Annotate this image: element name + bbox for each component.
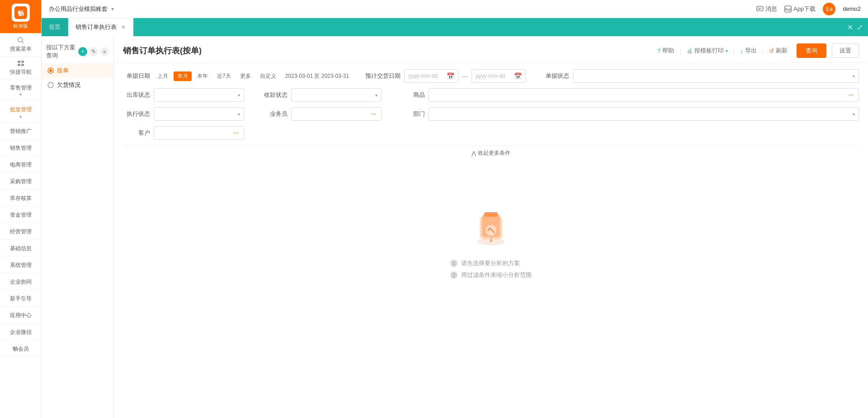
app-download-action[interactable]: App App下载 xyxy=(784,5,816,13)
help-button[interactable]: ? 帮助 xyxy=(657,47,674,55)
sidebar-item-sales-label: 销售管理 xyxy=(10,144,32,152)
empty-tips: 1 请先选择要分析的方案 2 用过滤条件来缩小分析范围 xyxy=(450,257,532,281)
debt-item-icon xyxy=(47,81,54,89)
sidebar-item-appcenter[interactable]: 应用中心 xyxy=(0,307,41,323)
sidebar-item-cooperation-label: 企业协同 xyxy=(10,278,32,286)
date-tab-7days[interactable]: 近7天 xyxy=(213,71,235,81)
dept-chevron-icon: ▾ xyxy=(853,112,855,117)
sidebar-item-appcenter-label: 应用中心 xyxy=(10,312,32,319)
sidebar-search[interactable]: 搜索菜单 xyxy=(0,33,41,57)
date-tab-last-month[interactable]: 上月 xyxy=(154,71,172,81)
sidebar-item-system[interactable]: 系统管理 xyxy=(0,256,41,273)
receipt-status-select[interactable]: ▾ xyxy=(291,88,382,102)
sidebar-item-retail[interactable]: 零售管理 ▾ xyxy=(0,79,41,101)
logo-area[interactable]: 畅 标准版 xyxy=(0,0,41,33)
sidebar-item-wholesale[interactable]: 批发管理 ▴ xyxy=(0,101,41,123)
sidebar-item-inventory[interactable]: 库存核算 xyxy=(0,190,41,206)
collapse-panel-button[interactable]: « xyxy=(100,47,109,56)
app-name: 标准版 xyxy=(13,23,28,29)
quick-nav[interactable]: 快捷导航 xyxy=(0,57,41,79)
date-tab-custom[interactable]: 自定义 xyxy=(256,71,280,81)
export-button[interactable]: ↓ 导出 xyxy=(740,47,757,55)
order-status-group: 单据状态 ▾ xyxy=(542,69,859,83)
tab-close-btn[interactable]: ✕ xyxy=(847,23,853,32)
content-area: 按以下方案查询 + ✎ « 按单 xyxy=(42,36,868,418)
print-icon: 🖨 xyxy=(687,48,693,54)
topbar-arrow[interactable]: ▾ xyxy=(111,6,114,12)
sidebar-item-marketing[interactable]: 营销推广 xyxy=(0,123,41,139)
left-item-order[interactable]: 按单 xyxy=(42,63,113,78)
sidebar-item-sales[interactable]: 销售管理 xyxy=(0,139,41,156)
sidebar-item-ecommerce[interactable]: 电商管理 xyxy=(0,156,41,173)
calendar-start-icon[interactable]: 📅 xyxy=(447,72,454,80)
message-label: 消息 xyxy=(765,5,777,13)
user-avatar[interactable]: Ea xyxy=(823,3,835,15)
salesperson-more-icon[interactable]: ··· xyxy=(370,110,377,118)
forecast-date-start[interactable]: yyyy-mm-dd 📅 xyxy=(404,69,458,83)
settings-button[interactable]: 设置 xyxy=(832,43,859,58)
sidebar-item-system-label: 系统管理 xyxy=(10,261,32,269)
product-more-icon[interactable]: ··· xyxy=(847,91,855,99)
sidebar-item-wechat[interactable]: 企业微信 xyxy=(0,323,41,340)
sidebar-item-purchase[interactable]: 采购管理 xyxy=(0,173,41,190)
edit-plan-button[interactable]: ✎ xyxy=(89,47,98,56)
receipt-status-chevron-icon: ▾ xyxy=(375,93,377,98)
tab-maximize-btn[interactable]: ⤢ xyxy=(857,23,863,32)
date-tab-more[interactable]: 更多 xyxy=(236,71,255,81)
forecast-date-label: 预计交货日期 xyxy=(365,72,401,80)
exec-status-label: 执行状态 xyxy=(123,110,150,118)
customer-select[interactable]: ··· xyxy=(154,126,244,140)
calendar-end-icon[interactable]: 📅 xyxy=(514,72,522,80)
forecast-date-group: 预计交货日期 yyyy-mm-dd 📅 — yyyy-mm-dd 📅 xyxy=(365,69,526,83)
download-icon: App xyxy=(784,5,792,13)
svg-text:App: App xyxy=(785,7,792,11)
order-status-select[interactable]: ▾ xyxy=(573,69,859,83)
left-item-debt[interactable]: 欠货情况 xyxy=(42,78,113,92)
sidebar-item-operation[interactable]: 经营管理 xyxy=(0,223,41,240)
left-item-order-label: 按单 xyxy=(57,66,69,75)
salesperson-select[interactable]: ··· xyxy=(291,107,382,121)
search-label: 搜索菜单 xyxy=(10,45,32,53)
nav-icon xyxy=(17,60,24,67)
date-tab-this-year[interactable]: 本年 xyxy=(193,71,212,81)
tab-home[interactable]: 首页 xyxy=(42,18,68,36)
username[interactable]: demo2 xyxy=(843,5,861,12)
query-button[interactable]: 查询 xyxy=(797,43,826,58)
app-download-label: App下载 xyxy=(793,5,816,13)
collapse-bar: ⋀ 收起更多条件 xyxy=(123,145,859,161)
date-tabs: 上月 本月 本年 近7天 更多 自定义 xyxy=(154,71,280,81)
svg-rect-7 xyxy=(21,64,24,66)
product-select[interactable]: ··· xyxy=(429,88,859,102)
order-status-label: 单据状态 xyxy=(542,72,569,80)
template-print-button[interactable]: 🖨 按模板打印 ▾ xyxy=(687,47,728,55)
salesperson-group: 业务员 ··· xyxy=(260,107,382,121)
date-label: 单据日期 xyxy=(123,72,150,80)
sidebar-item-newuser[interactable]: 新手引导 xyxy=(0,290,41,307)
sidebar-item-basic[interactable]: 基础信息 xyxy=(0,240,41,256)
svg-rect-5 xyxy=(21,61,24,63)
collapse-button[interactable]: ⋀ 收起更多条件 xyxy=(472,149,510,157)
tabbar: 首页 销售订单执行表 ✕ ✕ ⤢ xyxy=(42,18,868,36)
filter-area: 单据日期 上月 本月 本年 近7天 更多 自定义 2023-03-01 至 20… xyxy=(114,63,868,167)
date-filter-group: 单据日期 上月 本月 本年 近7天 更多 自定义 2023-03-01 至 20… xyxy=(123,71,349,81)
help-icon: ? xyxy=(657,48,660,54)
product-group: 商品 ··· xyxy=(398,88,859,102)
exec-status-select[interactable]: ▾ xyxy=(154,107,244,121)
page-title: 销售订单执行表(按单) xyxy=(123,45,202,56)
svg-point-2 xyxy=(18,38,23,42)
sidebar-item-cooperation[interactable]: 企业协同 xyxy=(0,273,41,290)
out-status-select[interactable]: ▾ xyxy=(154,88,244,102)
date-tab-this-month[interactable]: 本月 xyxy=(174,71,192,81)
forecast-date-end[interactable]: yyyy-mm-dd 📅 xyxy=(472,69,526,83)
customer-more-icon[interactable]: ··· xyxy=(232,129,240,137)
quick-nav-label: 快捷导航 xyxy=(10,68,32,76)
print-arrow-icon: ▾ xyxy=(726,48,728,53)
dept-select[interactable]: ▾ xyxy=(429,107,859,121)
tab-sales-order[interactable]: 销售订单执行表 ✕ xyxy=(68,18,133,36)
sidebar-item-finance[interactable]: 资金管理 xyxy=(0,206,41,223)
sidebar-item-member[interactable]: 畅会员 xyxy=(0,340,41,357)
message-action[interactable]: 消息 xyxy=(756,5,777,13)
tab-close-icon[interactable]: ✕ xyxy=(121,24,126,30)
refresh-button[interactable]: ↺ 刷新 xyxy=(769,47,788,55)
add-plan-button[interactable]: + xyxy=(78,47,87,56)
